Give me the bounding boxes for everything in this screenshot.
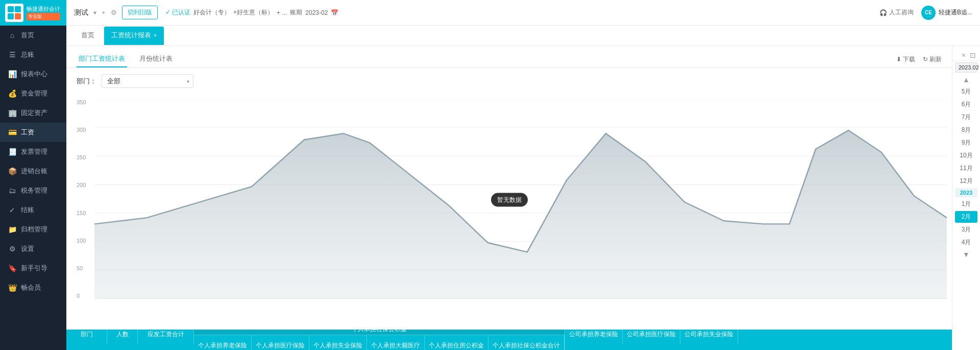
archive-icon: 📁 [8,225,17,234]
sidebar-label-home: 首页 [21,31,34,40]
sidebar-item-settle[interactable]: ✓ 结账 [0,200,66,220]
sidebar-item-funds[interactable]: 💰 资金管理 [0,84,66,103]
certified-status: ✓ 已认证 [165,8,190,17]
reports-icon: 📊 [8,70,17,78]
th-personal-housing-fund: 个人承担住房公积金 [425,335,488,350]
sidebar-item-ledger[interactable]: ☰ 总账 [0,45,66,64]
add-icon[interactable]: + [102,9,106,16]
subtab-month[interactable]: 月份统计表 [137,51,175,67]
group-personal-insurance: 个人承担社保公积金 个人承担养老保险 个人承担医疗保险 个人承担失业保险 个人承… [194,330,565,350]
company-dropdown-icon[interactable]: ▾ [93,9,96,16]
company-name: 测试 [74,8,88,17]
month-12[interactable]: 12月 [955,175,977,187]
sidebar-item-invoice[interactable]: 🧾 发票管理 [0,142,66,161]
month-6[interactable]: 6月 [955,99,977,110]
subtab-actions: ⬇ 下载 ↻ 刷新 [896,55,942,64]
user-name[interactable]: 轻捷通B追... [939,8,972,17]
refresh-label: 刷新 [929,55,942,64]
calendar-icon[interactable]: 📅 [331,9,338,16]
sidebar: 畅捷通好会计 专业版 ⌂ 首页 ☰ 总账 📊 报表中心 💰 资金管理 🏢 固定资… [0,0,66,350]
sidebar-item-newguide[interactable]: 🔖 新手引导 [0,259,66,278]
more-status: + ... [277,9,287,16]
group-title: 个人承担社保公积金 [194,330,565,335]
settings-gear-icon[interactable]: ⚙ [111,9,117,16]
purchase-icon: 📦 [8,167,17,175]
sidebar-item-settings[interactable]: ⚙ 设置 [0,239,66,259]
current-period-label[interactable]: 2023.02 [955,62,977,73]
svg-rect-3 [15,13,21,19]
sidebar-label-funds: 资金管理 [21,89,47,98]
svg-rect-2 [8,13,14,19]
headset-icon: 🎧 [879,9,887,16]
tab-home[interactable]: 首页 [74,27,102,45]
assets-icon: 🏢 [8,109,17,117]
th-personal-total: 个人承担社保公积金合计 [488,335,565,350]
month-4[interactable]: 4月 [955,237,977,248]
month-3[interactable]: 3月 [955,224,977,236]
status-bar: ✓ 已认证 好会计（专） +好生意（标） + ... 账期 2023-02 📅 [165,8,339,17]
subtab-dept[interactable]: 部门工资统计表 [77,51,127,67]
sidebar-label-member: 畅会员 [21,283,41,292]
th-dept: 部门 [66,330,107,344]
panel-close-icon[interactable]: × [962,51,966,59]
subtab-left: 部门工资统计表 月份统计表 [77,51,175,67]
sidebar-item-member[interactable]: 👑 畅会员 [0,278,66,297]
sidebar-item-tax[interactable]: 🗂 税务管理 [0,181,66,200]
sidebar-label-reports: 报表中心 [21,69,47,79]
month-2-active[interactable]: 2月 [955,211,977,223]
y-label-350: 350 [77,99,86,105]
tab-close-icon[interactable]: × [154,32,157,38]
y-label-50: 50 [77,265,86,271]
th-count: 人数 [107,330,138,344]
th-personal-medical: 个人承担医疗保险 [252,335,309,350]
month-5[interactable]: 5月 [955,86,977,98]
month-8[interactable]: 8月 [955,124,977,136]
month-10[interactable]: 10月 [955,150,977,161]
y-label-0: 0 [77,293,86,299]
svg-rect-1 [15,6,21,12]
sidebar-item-purchase[interactable]: 📦 进销台账 [0,161,66,181]
home-icon: ⌂ [8,31,17,39]
sidebar-item-assets[interactable]: 🏢 固定资产 [0,103,66,123]
th-personal-unemployment: 个人承担失业保险 [309,335,367,350]
logo-badge: 专业版 [27,13,60,20]
y-label-250: 250 [77,154,86,160]
funds-icon: 💰 [8,89,17,98]
sidebar-label-ledger: 总账 [21,50,34,59]
y-label-150: 150 [77,210,86,216]
month-9[interactable]: 9月 [955,137,977,149]
settle-icon: ✓ [8,206,17,214]
nav-down-icon[interactable]: ▼ [961,249,971,260]
nav-up-icon[interactable]: ▲ [961,74,971,85]
logo-text: 畅捷通好会计 [27,5,60,12]
download-button[interactable]: ⬇ 下载 [896,55,915,64]
service-label: 人工咨询 [889,8,914,17]
month-11[interactable]: 11月 [955,162,977,174]
panel-expand-icon[interactable]: ⊡ [970,51,976,59]
month-7[interactable]: 7月 [955,111,977,123]
sidebar-label-salary: 工资 [21,128,34,137]
tax-icon: 🗂 [8,186,17,195]
tab-salary-report[interactable]: 工资统计报表 × [104,27,164,45]
sidebar-item-reports[interactable]: 📊 报表中心 [0,64,66,84]
sidebar-item-archive[interactable]: 📁 归档管理 [0,220,66,239]
subtab-bar: 部门工资统计表 月份统计表 ⬇ 下载 ↻ 刷新 [66,46,952,68]
member-icon: 👑 [8,284,17,292]
sidebar-item-home[interactable]: ⌂ 首页 [0,26,66,45]
table-header-row: 部门 人数 应发工资合计 个人承担社保公积金 个人承担养老保险 个人承担医疗保险… [66,330,952,350]
th-personal-major-medical: 个人承担大额医疗 [367,335,425,350]
service-button[interactable]: 🎧 人工咨询 [879,8,914,17]
month-1[interactable]: 1月 [955,198,977,210]
th-company-medical: 公司承担医疗保险 [623,330,680,344]
department-select[interactable]: 全部 销售部 财务部 行政部 技术部 [102,74,193,88]
chart-area-fill [94,130,947,299]
sidebar-item-salary[interactable]: 💳 工资 [0,123,66,142]
invoice-icon: 🧾 [8,148,17,156]
refresh-button[interactable]: ↻ 刷新 [923,55,942,64]
logo-icon [5,4,23,22]
filter-label: 部门： [77,77,96,86]
salary-icon: 💳 [8,128,17,136]
sidebar-label-settings: 设置 [21,244,34,253]
switch-old-version-button[interactable]: 切到旧版 [122,6,158,19]
sidebar-label-archive: 归档管理 [21,225,47,234]
